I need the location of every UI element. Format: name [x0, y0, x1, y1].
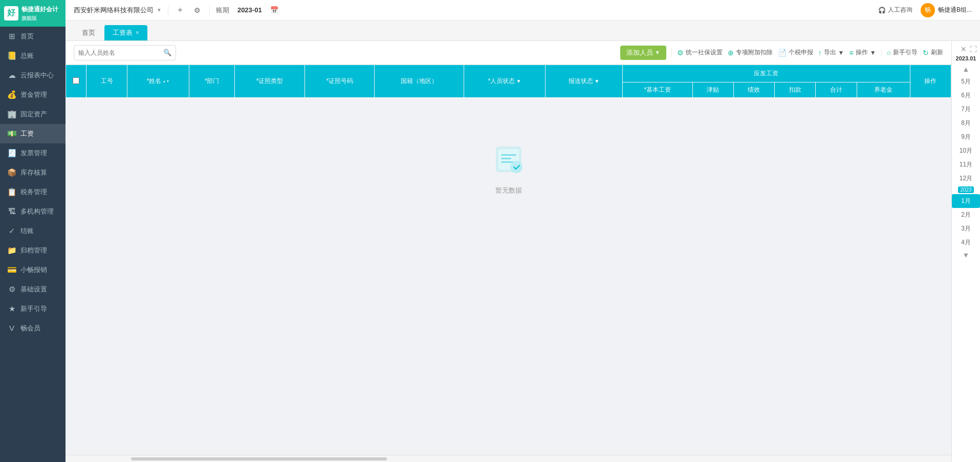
th-report-status[interactable]: 报送状态 ▼	[546, 65, 623, 98]
social-security-label: 统一社保设置	[686, 48, 723, 57]
sidebar-item-label-close: 结账	[20, 226, 34, 236]
date-month-5[interactable]: 5月	[952, 75, 980, 89]
sidebar-item-inventory[interactable]: 📦 库存核算	[0, 163, 66, 182]
sidebar-item-label-settings: 基础设置	[20, 285, 47, 294]
sidebar-item-expense[interactable]: 💳 小畅报销	[0, 260, 66, 280]
add-person-label: 添加人员	[626, 48, 653, 57]
action-tax[interactable]: 📄 个税申报	[778, 48, 813, 57]
date-prev-button[interactable]: ▲	[961, 64, 971, 75]
topbar-divider-2	[209, 6, 210, 15]
empty-text: 暂无数据	[495, 186, 522, 195]
date-month-6[interactable]: 6月	[952, 89, 980, 102]
sidebar-item-label-ledger: 总账	[20, 51, 34, 60]
cloud-report-icon: ☁	[7, 71, 16, 80]
action-guide[interactable]: ○ 新手引导	[887, 48, 918, 57]
panel-close-button[interactable]: ✕	[961, 45, 967, 53]
action-refresh[interactable]: ↻ 刷新	[923, 48, 943, 57]
invoice-icon: 🧾	[7, 149, 16, 158]
sidebar-item-guide[interactable]: ★ 新手引导	[0, 299, 66, 319]
sidebar-item-label-home: 首页	[20, 32, 34, 41]
date-month-1[interactable]: 1月	[952, 194, 980, 208]
guide-icon: ★	[7, 304, 16, 313]
sidebar-item-fund[interactable]: 💰 资金管理	[0, 85, 66, 104]
tab-close-icon[interactable]: ×	[136, 29, 139, 36]
th-deduction: 扣款	[775, 82, 816, 98]
sidebar-item-ledger[interactable]: 📒 总账	[0, 46, 66, 66]
date-month-7[interactable]: 7月	[952, 102, 980, 116]
date-month-9[interactable]: 9月	[952, 130, 980, 144]
date-month-2[interactable]: 2月	[952, 208, 980, 222]
action-operations[interactable]: ≡ 操作 ▼	[849, 48, 876, 57]
th-id: 工号	[86, 65, 127, 98]
sidebar-item-label-multi-org: 多机构管理	[20, 207, 54, 216]
date-month-4[interactable]: 4月	[952, 236, 980, 249]
tab-payroll-table[interactable]: 工资表 ×	[104, 25, 147, 40]
th-country: 国籍（地区）	[375, 65, 464, 98]
h-scrollbar[interactable]	[131, 457, 387, 460]
ledger-icon: 📒	[7, 51, 16, 60]
sidebar-item-multi-org[interactable]: 🏗 多机构管理	[0, 202, 66, 221]
sidebar-item-label-payroll: 工资	[20, 129, 34, 138]
date-month-12[interactable]: 12月	[952, 172, 980, 185]
sidebar-item-archive[interactable]: 📁 归档管理	[0, 241, 66, 260]
social-security-icon: ⚙	[677, 49, 684, 57]
th-dept: *部门	[189, 65, 234, 98]
action-export[interactable]: ↑ 导出 ▼	[818, 48, 844, 57]
sidebar-item-home[interactable]: ⊞ 首页	[0, 27, 66, 46]
sidebar-item-close[interactable]: ✓ 结账	[0, 221, 66, 241]
sidebar-item-settings[interactable]: ⚙ 基础设置	[0, 280, 66, 299]
export-dropdown-icon: ▼	[838, 49, 844, 56]
period-calendar-icon[interactable]: 📅	[270, 6, 278, 14]
sidebar-item-invoice[interactable]: 🧾 发票管理	[0, 143, 66, 163]
logo-icon: 好	[4, 6, 18, 20]
th-performance: 绩效	[733, 82, 774, 98]
tab-home[interactable]: 首页	[74, 25, 103, 40]
sidebar-item-cloud-report[interactable]: ☁ 云报表中心	[0, 66, 66, 85]
empty-state-row: 暂无数据	[66, 98, 951, 237]
user-info[interactable]: 畅 畅捷通B组...	[921, 3, 972, 17]
special-deduction-label: 专项附加扣除	[736, 48, 773, 57]
company-dropdown-icon: ▼	[157, 7, 162, 13]
action-special-deduction[interactable]: ⊕ 专项附加扣除	[728, 48, 773, 57]
date-month-8[interactable]: 8月	[952, 116, 980, 130]
current-year-badge: 2023	[958, 186, 973, 193]
date-next-button[interactable]: ▼	[961, 249, 971, 261]
add-person-button[interactable]: 添加人员 ▼	[620, 46, 666, 60]
date-month-11[interactable]: 11月	[952, 158, 980, 172]
th-name[interactable]: *姓名 ▲▼	[127, 65, 189, 98]
date-month-3[interactable]: 3月	[952, 222, 980, 236]
date-month-10[interactable]: 10月	[952, 144, 980, 158]
th-checkbox[interactable]	[66, 65, 86, 98]
special-deduction-icon: ⊕	[728, 49, 734, 57]
company-selector[interactable]: 西安虾米网络科技有限公司 ▼	[74, 6, 162, 15]
th-id-number: *证照号码	[304, 65, 374, 98]
tax-label: 个税申报	[789, 48, 813, 57]
topbar-settings-button[interactable]: ⚙	[192, 5, 203, 16]
topbar-add-button[interactable]: ＋	[175, 5, 186, 16]
action-social-security[interactable]: ⚙ 统一社保设置	[677, 48, 723, 57]
topbar-right: 🎧 人工咨询 畅 畅捷通B组...	[878, 3, 972, 17]
fixed-assets-icon: 🏢	[7, 110, 16, 119]
refresh-icon: ↻	[923, 49, 929, 57]
headset-icon: 🎧	[878, 7, 886, 14]
sidebar-item-label-member: 畅会员	[20, 324, 40, 333]
select-all-checkbox[interactable]	[73, 77, 79, 84]
inventory-icon: 📦	[7, 168, 16, 177]
search-input[interactable]	[78, 49, 163, 56]
sidebar-item-tax[interactable]: 📋 税务管理	[0, 182, 66, 202]
sidebar-item-member[interactable]: V 畅会员	[0, 319, 66, 338]
panel-maximize-button[interactable]: ⛶	[970, 45, 977, 53]
tab-home-label: 首页	[82, 28, 95, 37]
table-wrapper: 工号 *姓名 ▲▼ *部门 *证照类型 *证照号码 国籍（地区）	[66, 65, 951, 455]
sidebar: 好 畅捷通好会计 旗舰版 ⊞ 首页 📒 总账 ☁ 云报表中心 💰 资金管理 🏢 …	[0, 0, 66, 462]
service-label: 人工咨询	[888, 6, 912, 14]
add-person-dropdown-icon: ▼	[655, 50, 660, 55]
sidebar-item-payroll[interactable]: 💵 工资	[0, 124, 66, 143]
refresh-label: 刷新	[931, 48, 943, 57]
service-button[interactable]: 🎧 人工咨询	[878, 6, 912, 14]
svg-rect-4	[501, 161, 514, 163]
app-logo: 好 畅捷通好会计 旗舰版	[0, 0, 66, 27]
th-status[interactable]: *人员状态 ▼	[464, 65, 546, 98]
sidebar-item-fixed-assets[interactable]: 🏢 固定资产	[0, 104, 66, 124]
date-panel-top: ✕ ⛶	[952, 43, 980, 53]
